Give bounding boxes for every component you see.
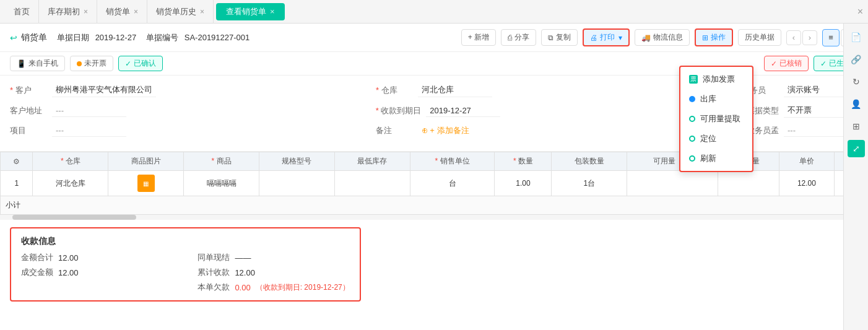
from-phone-button[interactable]: 📱 来自手机 [10, 56, 65, 71]
tab-check-sales-label: 查看销货单 [226, 6, 266, 17]
check-icon: ✓ [125, 59, 131, 68]
row-index: 1 [1, 171, 33, 196]
sold-badge: ✓ 已核销 [764, 56, 809, 71]
tab-sales-history[interactable]: 销货单历史 × [147, 0, 214, 24]
new-button[interactable]: + 新增 [461, 29, 496, 46]
col-pack-qty: 包装数量 [552, 152, 627, 171]
print-button[interactable]: 🖨 打印 ▾ [583, 28, 630, 46]
menu-refresh[interactable]: 刷新 [680, 149, 752, 168]
row-pack-qty: 1台 [552, 171, 627, 196]
sidebar-user-icon[interactable]: 👤 [848, 95, 865, 113]
menu-out-warehouse[interactable]: 出库 [680, 89, 752, 109]
payment-owe-row: 本单欠款 0.00 （收款到期日: 2019-12-27） [197, 282, 349, 293]
doc-number-field: 单据编号 SA-20191227-001 [146, 32, 250, 43]
main-content: ↩ 销货单 单据日期 2019-12-27 单据编号 SA-20191227-0… [0, 24, 868, 330]
payment-cumulative-value: 12.00 [235, 268, 255, 277]
operation-button[interactable]: ⊞ 操作 [695, 28, 733, 46]
copy-button[interactable]: ⧉ 复制 [541, 29, 578, 46]
effect-icon: ✓ [820, 59, 827, 68]
payment-grid: 金额合计 12.00 同单现结 —— 成交金额 12.00 累计收款 12.00 [21, 252, 350, 293]
phone-icon: 📱 [17, 59, 26, 68]
sidebar-link-icon[interactable]: 🔗 [848, 51, 865, 68]
row-warehouse: 河北仓库 [33, 171, 108, 196]
product-image: ▦ [137, 175, 155, 192]
col-warehouse: * 仓库 [33, 152, 108, 171]
tab-inventory-init-label: 库存期初 [48, 6, 80, 17]
row-min-stock [334, 171, 410, 196]
payment-same-order-value: —— [235, 253, 251, 263]
not-open-button[interactable]: 未开票 [70, 56, 113, 71]
payment-cumulative-label: 累计收款 [197, 267, 230, 278]
address-value[interactable]: --- [52, 105, 126, 117]
payment-title: 收款信息 [21, 236, 350, 247]
row-spec [259, 171, 334, 196]
sales-staff-field: 业务员孟 --- [741, 124, 858, 137]
right-sidebar: 📄 🔗 ↻ 👤 ⊞ ⤢ [843, 24, 868, 330]
tab-sales-history-close[interactable]: × [200, 7, 204, 16]
ticket-field: 票据类型 不开票 [741, 103, 858, 118]
tab-sales-order-close[interactable]: × [134, 7, 138, 16]
project-field: 项目 --- [10, 124, 376, 137]
subtotal-row: 小计 [1, 196, 868, 215]
payment-transaction-value: 12.00 [58, 268, 79, 277]
menu-available-pickup[interactable]: 可用量提取 [680, 109, 752, 129]
share-button[interactable]: ⎙ 分享 [501, 29, 536, 46]
customer-value[interactable]: 柳州粤港平安气体有限公司 [52, 83, 156, 97]
operation-icon: ⊞ [702, 33, 708, 42]
out-warehouse-label: 出库 [700, 93, 716, 105]
refresh-icon [689, 155, 695, 162]
tab-inventory-init[interactable]: 库存期初 × [39, 0, 97, 24]
sidebar-table-icon[interactable]: ⊞ [848, 118, 865, 135]
doc-header: ↩ 销货单 单据日期 2019-12-27 单据编号 SA-20191227-0… [0, 24, 868, 52]
operation-label: 操作 [711, 32, 726, 43]
payment-same-order-label: 同单现结 [197, 252, 230, 263]
nav-arrows: ‹ › [786, 30, 817, 45]
col-min-stock: 最低库存 [334, 152, 410, 171]
from-phone-label: 来自手机 [28, 58, 58, 69]
scrollbar-thumb[interactable] [12, 215, 136, 220]
window-close-button[interactable]: × [857, 6, 863, 17]
tab-inventory-init-close[interactable]: × [84, 7, 88, 16]
horizontal-scrollbar[interactable] [0, 215, 868, 220]
out-warehouse-icon [689, 96, 695, 102]
not-open-label: 未开票 [84, 58, 106, 69]
payment-box: 收款信息 金额合计 12.00 同单现结 —— 成交金额 12.00 [10, 227, 361, 302]
project-value[interactable]: --- [52, 124, 126, 137]
row-current [718, 171, 779, 196]
payment-transaction-row: 成交金额 12.00 [21, 267, 173, 278]
address-label: 客户地址 [10, 105, 47, 116]
doc-type-label: 销货单 [21, 32, 47, 43]
warehouse-value[interactable]: 河北仓库 [418, 83, 492, 97]
tab-check-sales-close[interactable]: × [270, 7, 275, 16]
prev-arrow[interactable]: ‹ [786, 30, 801, 45]
copy-icon: ⧉ [548, 33, 553, 42]
row-price: 12.00 [779, 171, 834, 196]
col-gear[interactable]: ⚙ [1, 152, 33, 171]
tab-home[interactable]: 首页 [5, 0, 39, 24]
due-date-value[interactable]: 2019-12-27 [426, 105, 500, 117]
tab-sales-order[interactable]: 销货单 × [97, 0, 147, 24]
confirmed-label: 已确认 [134, 58, 156, 69]
sidebar-file-icon[interactable]: 📄 [848, 28, 865, 46]
menu-add-invoice[interactable]: 票 添加发票 [680, 69, 752, 89]
history-button[interactable]: 历史单据 [738, 29, 781, 46]
list-view-button[interactable]: ≡ [822, 29, 840, 46]
doc-type-icon: ↩ [10, 33, 17, 43]
available-pickup-icon [689, 116, 695, 122]
project-label: 项目 [10, 125, 47, 136]
menu-locate[interactable]: 定位 [680, 129, 752, 149]
col-quantity: * 数量 [495, 152, 552, 171]
payment-section: 收款信息 金额合计 12.00 同单现结 —— 成交金额 12.00 [0, 220, 868, 306]
next-arrow[interactable]: › [802, 30, 817, 45]
payment-owe-note: （收款到期日: 2019-12-27） [256, 282, 350, 293]
tab-check-sales[interactable]: 查看销货单 × [216, 3, 285, 20]
note-add-button[interactable]: ⊕ + 添加备注 [418, 124, 492, 137]
logistics-button[interactable]: 🚚 物流信息 [635, 29, 690, 46]
sidebar-expand-icon[interactable]: ⤢ [848, 140, 865, 157]
sidebar-rotate-icon[interactable]: ↻ [848, 73, 865, 90]
print-label: 打印 [600, 32, 615, 43]
row-product-img: ▦ [108, 171, 184, 196]
address-field: 客户地址 --- [10, 105, 376, 117]
due-date-label: 收款到期日 [376, 105, 422, 116]
subtotal-label: 小计 [1, 196, 868, 215]
